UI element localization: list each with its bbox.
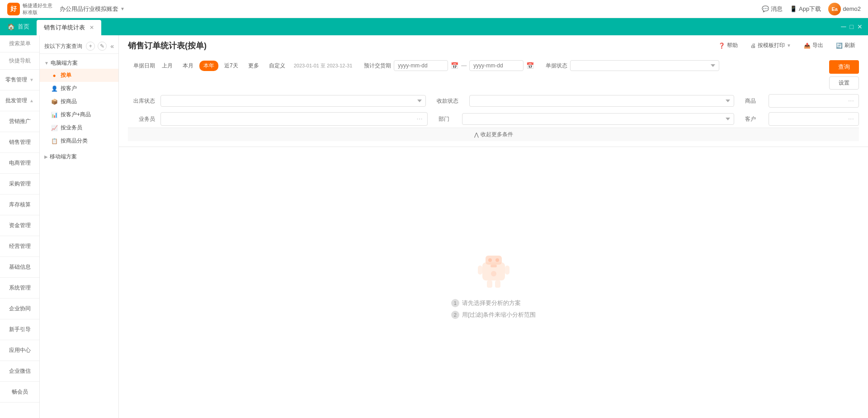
user-label: demo2: [843, 5, 861, 12]
shortcut-custom[interactable]: 自定义: [265, 61, 289, 71]
shortcut-this-year[interactable]: 本年: [199, 61, 218, 71]
svg-rect-6: [505, 266, 509, 275]
app-download-label: App下载: [799, 5, 821, 13]
refresh-icon: 🔄: [836, 43, 843, 49]
expected-delivery-from[interactable]: [394, 60, 448, 71]
sidebar-item-enterprise[interactable]: 企业协同: [0, 299, 39, 319]
dept-select[interactable]: [462, 113, 734, 125]
customer-input[interactable]: ···: [769, 112, 859, 126]
close-window-btn[interactable]: ✕: [857, 23, 863, 30]
scheme-item-by-goods[interactable]: 📦 按商品: [40, 95, 118, 108]
sidebar-item-purchase[interactable]: 采购管理: [0, 174, 39, 195]
salesperson-dots-icon[interactable]: ···: [416, 115, 422, 123]
filter-row-1: 单据日期 上月 本月 本年 近7天 更多 自定义 2023-01-01 至 20…: [128, 60, 859, 90]
page-title: 销售订单统计表(按单): [128, 40, 207, 51]
collapse-link[interactable]: ⋀ 收起更多条件: [474, 131, 513, 138]
out-status-select[interactable]: [160, 95, 426, 107]
shortcut-this-month[interactable]: 本月: [179, 61, 198, 71]
settings-btn[interactable]: 设置: [829, 76, 859, 90]
sidebar-item-retail[interactable]: 零售管理 ▼: [0, 70, 39, 90]
scheme-group-mobile-title[interactable]: ▶ 移动端方案: [40, 151, 118, 162]
chevron-down-icon: ▼: [120, 6, 125, 11]
sidebar-item-newbie[interactable]: 新手引导: [0, 319, 39, 340]
content-area: 按以下方案查询 + ✎ « ▼ 电脑端方案 ● 按单 👤 按客户: [40, 35, 868, 418]
search-btn[interactable]: 查询: [829, 60, 859, 74]
tab-close-icon[interactable]: ✕: [90, 24, 94, 31]
maximize-btn[interactable]: □: [850, 23, 854, 30]
scheme-group-pc-title[interactable]: ▼ 电脑端方案: [40, 57, 118, 69]
date-shortcuts: 上月 本月 本年 近7天 更多 自定义: [158, 61, 289, 71]
scheme-group-mobile: ▶ 移动端方案: [40, 149, 118, 164]
sidebar-item-finance[interactable]: 资金管理: [0, 215, 39, 236]
export-btn[interactable]: 📤 导出: [800, 40, 827, 51]
message-label: 消息: [771, 5, 783, 13]
out-status-label: 出库状态: [128, 97, 155, 105]
empty-tip-1: 1 请先选择要分析的方案: [451, 299, 536, 307]
refresh-label: 刷新: [844, 42, 855, 49]
expected-delivery-to[interactable]: [469, 60, 524, 71]
scheme-icon-customer-goods: 📊: [51, 111, 58, 119]
panel-title: 按以下方案查询: [44, 43, 83, 50]
scheme-item-by-customer-goods[interactable]: 📊 按客户+商品: [40, 108, 118, 121]
tab-sales-order-stats[interactable]: 销售订单统计表 ✕: [37, 20, 101, 35]
page-header: 销售订单统计表(按单) ❓ 帮助 🖨 按模板打印 ▼ 📤: [119, 35, 868, 55]
page-title-row: 销售订单统计表(按单) ❓ 帮助 🖨 按模板打印 ▼ 📤: [128, 40, 859, 51]
shortcut-more[interactable]: 更多: [244, 61, 263, 71]
doc-status-select[interactable]: [570, 60, 719, 71]
tab-sales-order-stats-label: 销售订单统计表: [44, 24, 85, 32]
message-action[interactable]: 💬 消息: [762, 5, 783, 13]
cal-from-icon[interactable]: 📅: [451, 62, 458, 69]
sidebar-quick-nav[interactable]: 快捷导航: [0, 52, 39, 70]
dept-label: 部门: [439, 115, 457, 123]
empty-state: 1 请先选择要分析的方案 2 用[过滤]条件来缩小分析范围: [119, 147, 868, 418]
sidebar-item-wechat[interactable]: 企业微信: [0, 361, 39, 382]
sidebar-item-ecommerce[interactable]: 电商管理: [0, 153, 39, 174]
shortcut-7days[interactable]: 近7天: [220, 61, 242, 71]
scheme-icon-salesperson: 📈: [51, 124, 58, 132]
scheme-item-by-category[interactable]: 📋 按商品分类: [40, 134, 118, 147]
refresh-btn[interactable]: 🔄 刷新: [832, 40, 859, 51]
sidebar-item-basic[interactable]: 基础信息: [0, 257, 39, 278]
shortcut-last-month[interactable]: 上月: [158, 61, 177, 71]
payment-status-select[interactable]: [469, 95, 735, 107]
filter-row-2: 出库状态 收款状态 商品 ···: [128, 94, 859, 108]
home-icon: 🏠: [7, 23, 15, 30]
print-icon: 🖨: [750, 43, 756, 49]
goods-input[interactable]: ···: [769, 94, 859, 108]
tip-num-1: 1: [451, 299, 459, 307]
app-selector-label: 办公用品行业模拟账套: [60, 5, 118, 13]
tab-home[interactable]: 🏠 首页: [0, 18, 37, 35]
sidebar-item-marketing[interactable]: 营销推广: [0, 111, 39, 132]
customer-dots-icon[interactable]: ···: [848, 115, 854, 123]
export-icon: 📤: [804, 43, 811, 49]
cal-to-icon[interactable]: 📅: [526, 62, 534, 69]
tip-num-2: 2: [451, 311, 459, 319]
minimize-btn[interactable]: ─: [841, 23, 846, 31]
collapse-panel-btn[interactable]: «: [110, 43, 114, 50]
sidebar-item-wholesale[interactable]: 批发管理 ▲: [0, 90, 39, 111]
sidebar-item-sales[interactable]: 销售管理: [0, 132, 39, 153]
sidebar-item-operations[interactable]: 经营管理: [0, 236, 39, 257]
goods-dots-icon[interactable]: ···: [848, 97, 854, 105]
scheme-item-by-customer[interactable]: 👤 按客户: [40, 82, 118, 95]
template-print-btn[interactable]: 🖨 按模板打印 ▼: [747, 40, 795, 51]
sidebar: 搜索菜单 快捷导航 零售管理 ▼ 批发管理 ▲ 营销推广 销售管理 电商管理 采…: [0, 35, 40, 418]
svg-rect-7: [487, 280, 492, 288]
sidebar-item-vip[interactable]: 畅会员: [0, 382, 39, 403]
sidebar-item-system[interactable]: 系统管理: [0, 278, 39, 299]
left-panel: 按以下方案查询 + ✎ « ▼ 电脑端方案 ● 按单 👤 按客户: [40, 35, 119, 418]
app-download-action[interactable]: 📱 App下载: [790, 5, 821, 13]
app-selector[interactable]: 办公用品行业模拟账套 ▼: [56, 3, 128, 15]
add-scheme-btn[interactable]: +: [86, 42, 95, 51]
scheme-item-by-salesperson[interactable]: 📈 按业务员: [40, 121, 118, 134]
sidebar-item-inventory[interactable]: 库存核算: [0, 195, 39, 215]
edit-scheme-btn[interactable]: ✎: [98, 42, 107, 51]
page-actions: ❓ 帮助 🖨 按模板打印 ▼ 📤 导出 🔄: [715, 40, 859, 51]
help-btn[interactable]: ❓ 帮助: [715, 40, 741, 51]
help-label: 帮助: [727, 42, 738, 49]
sidebar-item-appstore[interactable]: 应用中心: [0, 340, 39, 361]
scheme-item-by-order[interactable]: ● 按单: [40, 69, 118, 82]
sidebar-search-menu[interactable]: 搜索菜单: [0, 35, 39, 52]
salesperson-input[interactable]: ···: [160, 112, 428, 126]
user-action[interactable]: Ea demo2: [828, 3, 861, 15]
